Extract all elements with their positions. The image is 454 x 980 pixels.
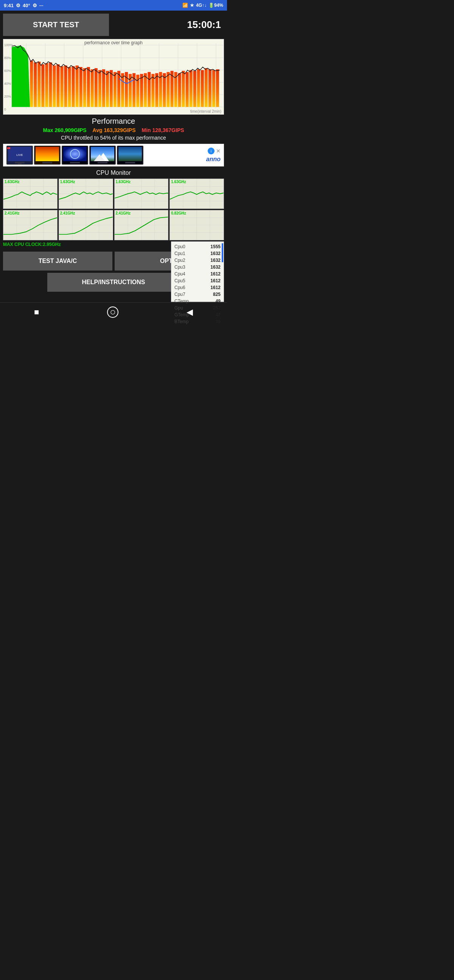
test-java-c-button[interactable]: TEST JAVA/C bbox=[3, 251, 113, 270]
perf-avg: Avg 163,329GIPS bbox=[93, 127, 136, 133]
svg-rect-51 bbox=[151, 74, 154, 107]
cpu-info-row: Cpu51612 bbox=[175, 277, 221, 284]
start-test-button[interactable]: START TEST bbox=[3, 14, 109, 36]
cpu-info-label: BTemp bbox=[175, 318, 189, 325]
cpu-info-value: 1612 bbox=[210, 270, 221, 277]
ad-tv-images: LIVE LIVE bbox=[6, 146, 143, 165]
svg-rect-61 bbox=[189, 70, 192, 107]
cpu-info-value: 1612 bbox=[210, 284, 221, 291]
nav-square-button[interactable]: ■ bbox=[34, 307, 39, 317]
cpu7-freq: 0.82GHz bbox=[171, 211, 186, 215]
svg-rect-91 bbox=[125, 162, 135, 164]
performance-title: Performance bbox=[3, 117, 224, 126]
cpu-info-value: 825 bbox=[213, 291, 221, 298]
svg-rect-90 bbox=[118, 147, 142, 161]
performance-graph: performance over time graph 100% 80% 60%… bbox=[3, 39, 224, 115]
svg-rect-34 bbox=[87, 67, 90, 107]
svg-rect-19 bbox=[30, 60, 33, 107]
graph-title: performance over time graph bbox=[3, 40, 224, 45]
nav-home-button[interactable]: ○ bbox=[107, 307, 118, 318]
cpu-info-row: BTemp39 bbox=[175, 318, 221, 325]
cpu6-freq: 2.41GHz bbox=[116, 211, 130, 215]
cpu-chart-1: 1.63GHz bbox=[59, 178, 113, 209]
cpu2-freq: 1.63GHz bbox=[116, 180, 130, 184]
y-label-40: 40% bbox=[4, 82, 13, 86]
cpu-info-value: 1632 bbox=[210, 250, 221, 257]
svg-rect-27 bbox=[60, 66, 63, 107]
ad-tv-1: LIVE LIVE bbox=[6, 146, 33, 165]
signal-icon: 4G↑↓ bbox=[196, 3, 206, 8]
svg-rect-60 bbox=[186, 72, 189, 107]
svg-rect-49 bbox=[144, 73, 147, 107]
svg-rect-88 bbox=[98, 162, 108, 164]
cpu-info-label: CTemp bbox=[175, 298, 189, 305]
graph-svg bbox=[3, 39, 224, 114]
cpu-info-panel: Cpu01555Cpu11632Cpu21632Cpu31632Cpu41612… bbox=[171, 242, 224, 302]
cpu-info-label: Cpu6 bbox=[175, 284, 186, 291]
cpu-info-row: GTemp47 bbox=[175, 312, 221, 318]
svg-rect-42 bbox=[117, 71, 120, 107]
performance-stats: Max 260,909GIPS Avg 163,329GIPS Min 128,… bbox=[3, 127, 224, 133]
performance-section: Performance Max 260,909GIPS Avg 163,329G… bbox=[3, 117, 224, 141]
svg-rect-50 bbox=[148, 72, 151, 107]
y-label-80: 80% bbox=[4, 56, 13, 60]
svg-rect-62 bbox=[193, 71, 196, 107]
svg-rect-38 bbox=[102, 69, 105, 107]
svg-rect-48 bbox=[140, 74, 143, 107]
throttle-text: CPU throttled to 54% of its max performa… bbox=[3, 135, 224, 141]
svg-rect-21 bbox=[38, 62, 40, 107]
cpu-info-value: 47 bbox=[216, 312, 221, 318]
svg-rect-75 bbox=[18, 164, 22, 164]
svg-rect-83 bbox=[70, 162, 80, 164]
cpu4-freq: 2.41GHz bbox=[5, 211, 19, 215]
svg-text:LIVE: LIVE bbox=[7, 147, 11, 149]
svg-rect-79 bbox=[42, 162, 52, 164]
graph-time-label: time(interval 2min) bbox=[190, 109, 221, 113]
svg-rect-58 bbox=[178, 73, 181, 107]
cpu-info-label: Cpu2 bbox=[175, 257, 186, 264]
perf-max: Max 260,909GIPS bbox=[43, 127, 86, 133]
cpu-info-label: GTemp bbox=[175, 312, 189, 318]
status-bar: 9:41 ⚙ 40° ⚙ ··· 📶 ★ 4G↑↓ 🔋94% bbox=[0, 0, 227, 11]
status-right: 📶 ★ 4G↑↓ 🔋94% bbox=[183, 3, 223, 8]
svg-rect-59 bbox=[182, 71, 185, 107]
svg-rect-37 bbox=[98, 70, 102, 107]
wifi-icon: 📶 bbox=[183, 3, 188, 8]
more-options-icon: ··· bbox=[39, 3, 43, 8]
cpu-info-row: Cpu11632 bbox=[175, 250, 221, 257]
svg-rect-65 bbox=[205, 68, 208, 107]
cpu-chart-4: 2.41GHz bbox=[3, 210, 57, 240]
ad-close-button[interactable]: ✕ bbox=[216, 148, 221, 154]
svg-rect-68 bbox=[216, 69, 219, 107]
ad-tv-3 bbox=[62, 146, 88, 165]
svg-rect-26 bbox=[56, 64, 59, 107]
cpu-info-row: Cpu31632 bbox=[175, 264, 221, 270]
svg-rect-52 bbox=[155, 73, 158, 107]
ad-tv-5 bbox=[117, 146, 143, 165]
cpu-info-row: Cpu61612 bbox=[175, 284, 221, 291]
cpu-info-label: Cpu7 bbox=[175, 291, 186, 298]
help-instructions-button[interactable]: HELP/INSTRUCTIONS bbox=[47, 273, 180, 292]
cpu1-freq: 1.63GHz bbox=[60, 180, 75, 184]
svg-rect-23 bbox=[45, 63, 48, 107]
cpu-chart-3: 1.63GHz bbox=[170, 178, 224, 209]
cpu-info-value: 1612 bbox=[210, 277, 221, 284]
svg-rect-67 bbox=[212, 70, 215, 107]
svg-rect-63 bbox=[197, 69, 200, 107]
svg-rect-66 bbox=[208, 69, 211, 107]
timer-display: 15:00:1 bbox=[109, 19, 224, 31]
y-axis-labels: 100% 80% 60% 40% 20% 0 bbox=[4, 43, 13, 111]
svg-rect-55 bbox=[167, 72, 170, 107]
ad-banner[interactable]: LIVE LIVE bbox=[3, 144, 224, 167]
svg-rect-35 bbox=[91, 69, 94, 107]
time-display: 9:41 bbox=[4, 3, 14, 8]
cpu-info-label: Cpu5 bbox=[175, 277, 186, 284]
cpu-info-label: Cpu4 bbox=[175, 270, 186, 277]
svg-rect-39 bbox=[106, 71, 109, 107]
cpu-info-scrollbar[interactable] bbox=[222, 243, 223, 262]
cpu5-freq: 2.41GHz bbox=[60, 211, 75, 215]
svg-rect-20 bbox=[34, 62, 37, 107]
cpu-info-label: Cpu3 bbox=[175, 264, 186, 270]
cpu-info-row: Cpu7825 bbox=[175, 291, 221, 298]
svg-text:LIVE: LIVE bbox=[16, 153, 23, 157]
